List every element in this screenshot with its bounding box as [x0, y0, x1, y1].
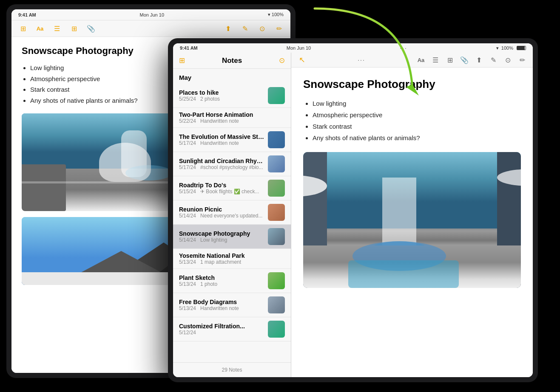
main-area: ⊞ Notes ⊙ May Places to hike 5/25/24 2 p…: [173, 53, 533, 377]
note-item-yosemite[interactable]: Yosemite National Park 5/13/24 1 map att…: [173, 249, 291, 269]
detail-attachment-icon[interactable]: 📎: [460, 55, 469, 65]
front-three-dots: ···: [400, 45, 407, 51]
note-item-stars[interactable]: The Evolution of Massive Star... 5/17/24…: [173, 128, 291, 152]
more-circle-icon[interactable]: ⊙: [257, 24, 267, 33]
detail-toolbar: ↖ ··· Aa ☰ ⊞ 📎 ⬆ ✎ ⊙ ✏: [291, 53, 533, 68]
note-thumb-body: [268, 296, 285, 313]
notes-more-icon[interactable]: ⊙: [279, 56, 285, 65]
checklist-icon[interactable]: ☰: [52, 24, 62, 33]
detail-title: Snowscape Photography: [303, 78, 521, 91]
detail-toolbar-center: ···: [313, 55, 410, 65]
back-arrow-icon[interactable]: ↖: [297, 55, 307, 65]
note-thumb-stars: [268, 131, 285, 148]
note-item-text-yosemite: Yosemite National Park 5/13/24 1 map att…: [179, 252, 285, 265]
note-title-filtration: Customized Filtration...: [179, 323, 264, 330]
note-meta-roadtrip: 5/15/24 ✈ Book flights ✅ check...: [179, 189, 264, 195]
front-screen: 9:41 AM Mon Jun 10 ··· ▾ 100% ⊞ Notes ⊙: [173, 43, 533, 377]
note-item-text-picnic: Reunion Picnic 5/14/24 Need everyone's u…: [179, 206, 264, 219]
front-status-bar: 9:41 AM Mon Jun 10 ··· ▾ 100%: [173, 43, 533, 53]
notes-list-area[interactable]: May Places to hike 5/25/24 2 photos Two-…: [173, 69, 291, 362]
note-item-roadtrip[interactable]: Roadtrip To Do's 5/15/24 ✈ Book flights …: [173, 176, 291, 200]
notes-toolbar: ⊞ Notes ⊙: [173, 53, 291, 69]
front-date: Mon Jun 10: [287, 45, 311, 51]
format-icon[interactable]: Aa: [35, 24, 45, 33]
note-item-text-stars: The Evolution of Massive Star... 5/17/24…: [179, 133, 264, 146]
attachment-icon[interactable]: 📎: [86, 24, 96, 33]
note-item-text-sunlight: Sunlight and Circadian Rhyth... 5/17/24 …: [179, 158, 264, 170]
battery-display: 100%: [272, 12, 284, 17]
note-title-plant: Plant Sketch: [179, 274, 264, 281]
note-thumb-picnic: [268, 204, 285, 221]
note-title-yosemite: Yosemite National Park: [179, 252, 285, 259]
table-icon[interactable]: ⊞: [69, 24, 79, 33]
detail-list: Low lighting Atmospheric perspective Sta…: [303, 98, 521, 144]
detail-toolbar-left: ↖: [297, 55, 307, 65]
note-title-body: Free Body Diagrams: [179, 299, 264, 305]
notes-count: 29 Notes: [173, 362, 291, 377]
note-item-filtration[interactable]: Customized Filtration... 5/12/24: [173, 317, 291, 341]
detail-compose-icon[interactable]: ✏: [517, 55, 527, 65]
note-title-stars: The Evolution of Massive Star...: [179, 133, 264, 140]
note-item-text-snowscape: Snowscape Photography 5/14/24 Low lighti…: [179, 230, 264, 243]
back-toolbar-icons-right: ⬆ ✎ ⊙ ✏: [223, 24, 284, 33]
detail-waterfall-svg: [303, 152, 521, 288]
detail-markup-icon[interactable]: ✎: [489, 55, 498, 65]
svg-point-3: [125, 165, 172, 180]
back-date: Mon Jun 10: [140, 12, 164, 17]
note-meta-picnic: 5/14/24 Need everyone's updated...: [179, 213, 264, 219]
note-meta-body: 5/13/24 Handwritten note: [179, 305, 264, 311]
note-title-snowscape: Snowscape Photography: [179, 230, 264, 237]
back-status-right: ▾ 100%: [268, 12, 284, 17]
note-item-text-roadtrip: Roadtrip To Do's 5/15/24 ✈ Book flights …: [179, 182, 264, 195]
note-thumb-filtration: [268, 321, 285, 338]
svg-rect-4: [22, 164, 66, 211]
notes-month: May: [173, 69, 291, 84]
detail-toolbar-right: Aa ☰ ⊞ 📎 ⬆ ✎ ⊙ ✏: [416, 55, 527, 65]
note-title-picnic: Reunion Picnic: [179, 206, 264, 213]
note-title-roadtrip: Roadtrip To Do's: [179, 182, 264, 189]
back-toolbar: ⊞ Aa ☰ ⊞ 📎 ⬆ ✎ ⊙ ✏: [11, 20, 290, 37]
sidebar-icon[interactable]: ⊞: [179, 56, 185, 65]
detail-more-circle-icon[interactable]: ⊙: [503, 55, 512, 65]
markup-icon[interactable]: ✎: [240, 24, 250, 33]
front-time: 9:41 AM: [180, 45, 198, 51]
note-meta-stars: 5/17/24 Handwritten note: [179, 140, 264, 146]
note-item-text-filtration: Customized Filtration... 5/12/24: [179, 323, 264, 336]
back-status-bar: 9:41 AM Mon Jun 10 ▾ 100%: [11, 9, 290, 20]
front-wifi-icon: ▾: [496, 45, 499, 51]
note-meta-yosemite: 5/13/24 1 map attachment: [179, 259, 285, 265]
note-meta-snowscape: 5/14/24 Low lighting: [179, 237, 264, 243]
detail-share-icon[interactable]: ⬆: [474, 55, 483, 65]
share-icon[interactable]: ⬆: [223, 24, 233, 33]
detail-table-icon[interactable]: ⊞: [445, 55, 455, 65]
note-meta-sunlight: 5/17/24 #school #psychology #bio...: [179, 164, 264, 170]
note-meta-plant: 5/13/24 1 photo: [179, 281, 264, 287]
detail-list-item-1: Low lighting: [313, 98, 521, 109]
svg-rect-2: [121, 130, 147, 177]
note-item-snowscape[interactable]: Snowscape Photography 5/14/24 Low lighti…: [173, 225, 291, 249]
note-item-plant[interactable]: Plant Sketch 5/13/24 1 photo: [173, 269, 291, 293]
note-thumb-plant: [268, 272, 285, 289]
detail-checklist-icon[interactable]: ☰: [431, 55, 440, 65]
notes-panel: ⊞ Notes ⊙ May Places to hike 5/25/24 2 p…: [173, 53, 291, 377]
detail-list-item-4: Any shots of native plants or animals?: [313, 132, 521, 144]
notes-title: Notes: [185, 56, 279, 65]
note-item-places-to-hike[interactable]: Places to hike 5/25/24 2 photos: [173, 84, 291, 108]
note-item-picnic[interactable]: Reunion Picnic 5/14/24 Need everyone's u…: [173, 200, 291, 225]
note-title-horse: Two-Part Horse Animation: [179, 111, 285, 118]
wifi-icon: ▾: [268, 12, 270, 17]
compose-icon[interactable]: ✏: [274, 24, 284, 33]
note-item-sunlight[interactable]: Sunlight and Circadian Rhyth... 5/17/24 …: [173, 152, 291, 176]
note-item-text-plant: Plant Sketch 5/13/24 1 photo: [179, 274, 264, 287]
back-toolbar-icons: ⊞ Aa ☰ ⊞ 📎: [18, 24, 96, 33]
detail-format-icon[interactable]: Aa: [416, 55, 426, 65]
note-item-body[interactable]: Free Body Diagrams 5/13/24 Handwritten n…: [173, 293, 291, 317]
sidebar-toggle-icon[interactable]: ⊞: [18, 24, 28, 33]
front-status-right: ▾ 100%: [496, 45, 526, 51]
back-time: 9:41 AM: [18, 12, 36, 17]
note-item-horse[interactable]: Two-Part Horse Animation 5/22/24 Handwri…: [173, 108, 291, 128]
note-meta-places: 5/25/24 2 photos: [179, 96, 264, 102]
note-detail-panel: ↖ ··· Aa ☰ ⊞ 📎 ⬆ ✎ ⊙ ✏: [291, 53, 533, 377]
note-thumb-places: [268, 87, 285, 104]
note-item-text-horse: Two-Part Horse Animation 5/22/24 Handwri…: [179, 111, 285, 124]
